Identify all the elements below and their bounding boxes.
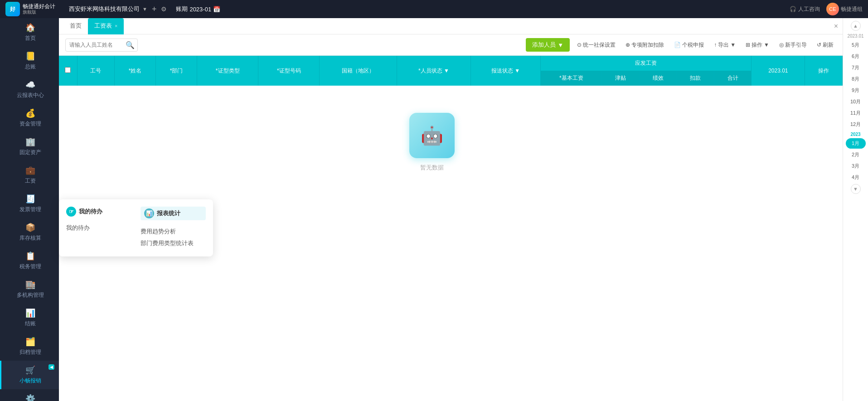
popup-icon-todo: ☞	[66, 207, 76, 217]
special-deduct-button[interactable]: ⊕ 专项附加扣除	[623, 39, 667, 51]
header-id-number: *证型号码	[258, 56, 320, 86]
sidebar-item-inventory[interactable]: 📦 库存核算	[0, 218, 59, 246]
company-dropdown-icon[interactable]: ▼	[142, 6, 147, 12]
social-security-button[interactable]: ⊙ 统一社保设置	[574, 39, 618, 51]
popup-col-left: ☞ 我的待办 我的待办	[66, 207, 131, 249]
sidebar-item-cloud[interactable]: ☁️ 云报表中心	[0, 75, 59, 104]
refresh-button[interactable]: ↺ 刷新	[814, 39, 836, 51]
header-salary-group: 应发工资	[541, 56, 752, 71]
tab-salary-table[interactable]: 工资表 ×	[88, 18, 124, 34]
sidebar-badge: ◀	[48, 364, 54, 370]
empty-robot-icon: 🤖	[409, 113, 455, 158]
timeline-month-4[interactable]: 4月	[846, 172, 866, 183]
header-checkbox	[59, 56, 77, 86]
timeline-year-label-2023-01: 2023.01	[847, 34, 863, 39]
timeline-month-1[interactable]: 1月	[846, 138, 866, 149]
close-all-tabs-button[interactable]: ×	[834, 22, 838, 30]
popup-item-expense-trend[interactable]: 费用趋势分析	[141, 226, 206, 237]
timeline-month-11[interactable]: 11月	[846, 108, 866, 118]
operations-button[interactable]: ⊞ 操作 ▼	[743, 39, 772, 51]
invoice-icon: 🧾	[25, 194, 35, 204]
guide-toolbar-icon: ◎	[779, 42, 784, 48]
sidebar-item-basic[interactable]: ⚙️ 基础设置	[0, 389, 59, 401]
headset-icon: 🎧	[790, 6, 796, 12]
sidebar-item-invoice[interactable]: 🧾 发票管理	[0, 189, 59, 218]
header-performance: 绩效	[639, 71, 677, 86]
multi-icon: 🏬	[25, 280, 35, 290]
guide-button[interactable]: ◎ 新手引导	[776, 39, 810, 51]
header-dept: *部门	[156, 56, 197, 86]
settings-icon[interactable]: ⚙	[161, 5, 167, 13]
tab-close-icon[interactable]: ×	[115, 23, 117, 29]
header-deduction: 扣款	[677, 71, 714, 86]
popup-item-dept-expense[interactable]: 部门费用类型统计表	[141, 237, 206, 249]
export-dropdown-icon: ▼	[730, 42, 736, 48]
sidebar-item-multi[interactable]: 🏬 多机构管理	[0, 275, 59, 304]
sidebar-item-tax[interactable]: 📋 税务管理	[0, 246, 59, 275]
salary-table: 工号 *姓名 *部门 *证型类型 *证型号码 国籍（地区） *人员状态 ▼ 报送…	[59, 56, 843, 199]
export-icon: ↑	[714, 42, 717, 48]
logo-text: 畅捷通好会计 旗舰版	[23, 3, 55, 15]
search-box[interactable]: 🔍	[65, 39, 138, 52]
table-body: 🤖 暂无数据	[59, 86, 843, 199]
timeline-month-10[interactable]: 10月	[846, 97, 866, 107]
sidebar-item-salary[interactable]: 💼 工资	[0, 161, 59, 189]
sidebar-item-settlement[interactable]: 📊 结账	[0, 304, 59, 332]
dropdown-popup: ☞ 我的待办 我的待办 📊 报表统计 费用趋势分析 部门费用类型统计表	[59, 199, 213, 256]
top-company[interactable]: 西安虾米网络科技有限公司 ▼	[69, 5, 147, 13]
search-icon[interactable]: 🔍	[126, 41, 135, 49]
empty-row: 🤖 暂无数据	[59, 86, 843, 199]
refresh-icon: ↺	[817, 42, 821, 48]
tax-icon: 📋	[25, 251, 35, 261]
logo-area: 好 畅捷通好会计 旗舰版	[5, 2, 60, 16]
sidebar-item-funds[interactable]: 💰 资金管理	[0, 104, 59, 132]
sidebar-item-home[interactable]: 🏠 首页	[0, 18, 59, 47]
timeline-month-6[interactable]: 6月	[846, 51, 866, 62]
settlement-icon: 📊	[25, 308, 35, 318]
timeline-month-5[interactable]: 5月	[846, 40, 866, 50]
add-person-button[interactable]: 添加人员 ▼	[526, 38, 570, 52]
tax-declare-button[interactable]: 📄 个税申报	[671, 39, 707, 51]
sidebar-item-ledger[interactable]: 📒 总账	[0, 47, 59, 75]
header-operation: 操作	[805, 56, 843, 86]
user-avatar: CE	[826, 3, 839, 15]
add-company-button[interactable]: +	[152, 5, 157, 14]
header-id-type: *证型类型	[197, 56, 258, 86]
timeline-month-3[interactable]: 3月	[846, 161, 866, 171]
logo-icon: 好	[5, 2, 20, 16]
header-person-status[interactable]: *人员状态 ▼	[397, 56, 470, 86]
empty-state: 🤖 暂无数据	[59, 86, 805, 199]
assets-icon: 🏢	[25, 137, 35, 147]
timeline-panel: ▲ 2023.01 5月 6月 7月 8月 9月 10月 11月 12月 202…	[843, 18, 868, 401]
calendar-icon[interactable]: 📅	[213, 6, 220, 13]
select-all-checkbox[interactable]	[65, 67, 71, 73]
popup-item-todo[interactable]: 我的待办	[66, 222, 131, 234]
operations-dropdown-icon: ▼	[764, 42, 769, 48]
basic-icon: ⚙️	[25, 394, 35, 401]
xiaochang-icon: 🛒	[25, 365, 35, 375]
timeline-month-2[interactable]: 2月	[846, 150, 866, 160]
timeline-month-12[interactable]: 12月	[846, 119, 866, 130]
sidebar-item-xiaochang[interactable]: 🛒 小畅报销 ◀	[0, 361, 59, 389]
timeline-month-8[interactable]: 8月	[846, 74, 866, 84]
timeline-down-button[interactable]: ▼	[851, 184, 861, 194]
funds-icon: 💰	[25, 108, 35, 118]
export-button[interactable]: ↑ 导出 ▼	[711, 39, 738, 51]
header-total: 合计	[714, 71, 752, 86]
header-report-status[interactable]: 报送状态 ▼	[470, 56, 540, 86]
user-info[interactable]: CE 畅捷通组	[826, 3, 863, 15]
tax-declare-icon: 📄	[674, 42, 681, 48]
sidebar-item-assets[interactable]: 🏢 固定资产	[0, 132, 59, 161]
timeline-up-button[interactable]: ▲	[851, 21, 861, 31]
timeline-month-9[interactable]: 9月	[846, 85, 866, 96]
timeline-month-7[interactable]: 7月	[846, 63, 866, 73]
sidebar: 🏠 首页 📒 总账 ☁️ 云报表中心 💰 资金管理 🏢 固定资产 💼 工资 🧾 …	[0, 18, 59, 401]
support-button[interactable]: 🎧 人工咨询	[790, 5, 820, 13]
toolbar: 🔍 添加人员 ▼ ⊙ 统一社保设置 ⊕ 专项附加扣除 📄 个税申报 ↑ 导出	[59, 34, 843, 56]
tab-home[interactable]: 首页	[63, 18, 88, 34]
search-input[interactable]	[69, 42, 124, 48]
archive-icon: 🗂️	[25, 337, 35, 347]
sidebar-item-archive[interactable]: 🗂️ 归档管理	[0, 332, 59, 361]
empty-text: 暂无数据	[420, 164, 444, 172]
top-bar: 好 畅捷通好会计 旗舰版 西安虾米网络科技有限公司 ▼ + ⚙ 账期 2023-…	[0, 0, 868, 18]
